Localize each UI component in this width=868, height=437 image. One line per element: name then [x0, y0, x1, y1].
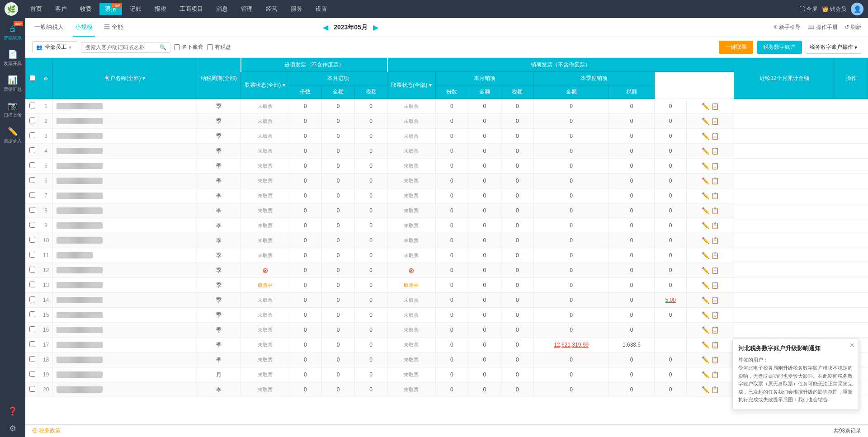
copy-btn[interactable]: 📋	[710, 385, 720, 394]
row-checkbox[interactable]	[29, 282, 35, 287]
edit-btn[interactable]: ✏️	[701, 310, 710, 320]
user-avatar[interactable]: 👤	[851, 3, 863, 15]
edit-btn[interactable]: ✏️	[701, 296, 710, 305]
edit-btn[interactable]: ✏️	[701, 176, 710, 185]
edit-btn[interactable]: ✏️	[701, 132, 710, 141]
sidebar-item-entry[interactable]: ✏️ 票据录入	[1, 123, 24, 148]
checkbox-suites-input[interactable]	[174, 44, 180, 50]
sidebar-item-summary[interactable]: 📊 票据汇总	[1, 71, 24, 96]
tab-all[interactable]: ☰ 全能	[102, 19, 126, 37]
edit-btn[interactable]: ✏️	[701, 161, 710, 170]
search-icon[interactable]: 🔍	[160, 44, 166, 51]
row-checkbox[interactable]	[29, 117, 35, 123]
acc12-link[interactable]: 5.00	[665, 297, 676, 303]
select-all-checkbox[interactable]	[29, 75, 35, 81]
tax-policy-link[interactable]: ⑥ 税务政策	[32, 427, 61, 435]
guide-btn[interactable]: ✳ 新手引导	[773, 23, 801, 31]
copy-btn[interactable]: 📋	[710, 117, 720, 126]
row-checkbox[interactable]	[29, 371, 35, 377]
prev-month-btn[interactable]: ◀	[323, 23, 328, 32]
notification-close-btn[interactable]: ✕	[849, 342, 855, 349]
search-box[interactable]: 🔍	[81, 42, 170, 53]
nav-tax[interactable]: 报税	[149, 3, 172, 15]
copy-btn[interactable]: 📋	[710, 132, 720, 141]
row-checkbox[interactable]	[29, 296, 35, 302]
digital-account-btn[interactable]: 税务数字账户	[757, 41, 802, 54]
copy-btn[interactable]: 📋	[710, 191, 720, 200]
edit-btn[interactable]: ✏️	[701, 251, 710, 260]
row-checkbox[interactable]	[29, 237, 35, 243]
sidebar-item-issue[interactable]: 📄 发票开具	[1, 46, 24, 70]
employee-select[interactable]: 👥 全部员工 ▾	[32, 41, 77, 53]
manual-btn[interactable]: 📖 操作手册	[807, 23, 837, 31]
copy-btn[interactable]: 📋	[710, 281, 720, 290]
row-checkbox[interactable]	[29, 356, 35, 362]
row-checkbox[interactable]	[29, 207, 35, 213]
nav-message[interactable]: 消息	[211, 3, 233, 15]
copy-btn[interactable]: 📋	[710, 146, 720, 155]
edit-btn[interactable]: ✏️	[701, 146, 710, 155]
copy-btn[interactable]: 📋	[710, 370, 720, 379]
vip-btn[interactable]: 👑 购会员	[822, 5, 846, 13]
copy-btn[interactable]: 📋	[710, 266, 720, 275]
nav-home[interactable]: 首页	[25, 3, 47, 15]
refresh-btn[interactable]: ↺ 刷新	[844, 23, 861, 31]
sidebar-item-config[interactable]: ⚙	[1, 420, 24, 437]
sidebar-item-smart-ticket[interactable]: 🖨 智能取票 new	[1, 20, 24, 45]
edit-btn[interactable]: ✏️	[701, 206, 710, 215]
search-input[interactable]	[85, 44, 157, 51]
nav-manage[interactable]: 管理	[236, 3, 258, 15]
checkbox-taxpad[interactable]: 有税盘	[207, 43, 231, 51]
edit-btn[interactable]: ✏️	[701, 221, 710, 230]
copy-btn[interactable]: 📋	[710, 161, 720, 170]
edit-btn[interactable]: ✏️	[701, 117, 710, 126]
nav-invoice[interactable]: 票据new	[99, 3, 122, 15]
edit-btn[interactable]: ✏️	[701, 266, 710, 275]
row-checkbox[interactable]	[29, 386, 35, 392]
sidebar-item-help[interactable]: ❓	[1, 403, 24, 420]
row-checkbox[interactable]	[29, 147, 35, 153]
edit-btn[interactable]: ✏️	[701, 191, 710, 200]
row-checkbox[interactable]	[29, 222, 35, 228]
checkbox-taxpad-input[interactable]	[207, 44, 213, 50]
nav-fee[interactable]: 收费	[75, 3, 97, 15]
nav-client[interactable]: 客户	[50, 3, 72, 15]
row-checkbox[interactable]	[29, 103, 35, 108]
edit-btn[interactable]: ✏️	[701, 340, 710, 349]
row-checkbox[interactable]	[29, 267, 35, 273]
copy-btn[interactable]: 📋	[710, 236, 720, 245]
row-checkbox[interactable]	[29, 162, 35, 168]
row-checkbox[interactable]	[29, 132, 35, 138]
edit-btn[interactable]: ✏️	[701, 236, 710, 245]
nav-bookkeeping[interactable]: 记账	[124, 3, 147, 15]
copy-btn[interactable]: 📋	[710, 355, 720, 364]
fullscreen-btn[interactable]: ⛶ 全屏	[799, 5, 817, 13]
edit-btn[interactable]: ✏️	[701, 281, 710, 290]
row-checkbox[interactable]	[29, 341, 35, 347]
copy-btn[interactable]: 📋	[710, 296, 720, 305]
edit-btn[interactable]: ✏️	[701, 385, 710, 394]
edit-btn[interactable]: ✏️	[701, 102, 710, 111]
nav-business[interactable]: 工商项目	[174, 3, 208, 15]
copy-btn[interactable]: 📋	[710, 176, 720, 185]
row-checkbox[interactable]	[29, 326, 35, 332]
tab-general[interactable]: 一般纳税人	[32, 19, 66, 37]
copy-btn[interactable]: 📋	[710, 310, 720, 320]
row-checkbox[interactable]	[29, 192, 35, 198]
digital-op-btn[interactable]: 税务数字账户操作 ▾	[806, 41, 861, 54]
copy-btn[interactable]: 📋	[710, 251, 720, 260]
quarter-amount-link[interactable]: 12,621,319.99	[554, 342, 589, 348]
row-checkbox[interactable]	[29, 177, 35, 183]
one-click-btn[interactable]: 一键取票	[719, 41, 753, 54]
tab-small[interactable]: 小规模	[73, 19, 95, 37]
copy-btn[interactable]: 📋	[710, 325, 720, 334]
edit-btn[interactable]: ✏️	[701, 370, 710, 379]
nav-operation[interactable]: 经营	[260, 3, 283, 15]
edit-btn[interactable]: ✏️	[701, 325, 710, 334]
copy-btn[interactable]: 📋	[710, 221, 720, 230]
next-month-btn[interactable]: ▶	[373, 23, 378, 32]
sidebar-item-scan[interactable]: 📷 扫描上传	[1, 97, 24, 122]
checkbox-suites[interactable]: 名下账套	[174, 43, 203, 51]
copy-btn[interactable]: 📋	[710, 206, 720, 215]
row-checkbox[interactable]	[29, 311, 35, 317]
